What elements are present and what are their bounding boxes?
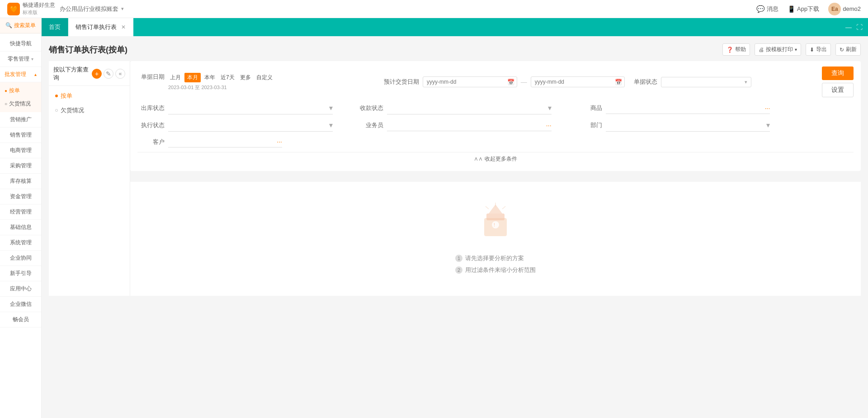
collapse-left-panel-button[interactable]: « bbox=[115, 69, 125, 79]
sidebar-sub-wholesale: ● 按单 ○ 欠货情况 bbox=[0, 82, 41, 112]
sidebar-item-apps[interactable]: 应用中心 bbox=[0, 281, 41, 297]
help-icon: ❓ bbox=[726, 47, 733, 53]
user-menu[interactable]: Ea demo2 bbox=[828, 3, 861, 15]
export-label: 导出 bbox=[816, 46, 827, 53]
logo-icon: 🧡 bbox=[7, 3, 20, 15]
search-label: 搜索菜单 bbox=[14, 22, 36, 28]
sidebar-item-base[interactable]: 基础信息 bbox=[0, 220, 41, 235]
svg-text:!: ! bbox=[494, 223, 495, 228]
maximize-icon[interactable]: ⛶ bbox=[856, 24, 863, 31]
logo-text: 畅捷通好生意 bbox=[23, 2, 55, 9]
date-tab-last7[interactable]: 近7天 bbox=[219, 73, 236, 82]
dept-label: 部门 bbox=[575, 121, 602, 129]
edit-scheme-button[interactable]: ✎ bbox=[104, 69, 113, 79]
date-tab-last-month[interactable]: 上月 bbox=[168, 73, 183, 82]
sidebar-sub-press-order[interactable]: ● 按单 bbox=[0, 84, 41, 97]
by-order-dot-icon bbox=[55, 95, 58, 97]
sidebar-item-purchase[interactable]: 采购管理 bbox=[0, 158, 41, 174]
svg-line-7 bbox=[502, 206, 505, 209]
tab-home[interactable]: 首页 bbox=[42, 18, 68, 36]
sidebar-search[interactable]: 🔍 搜索菜单 bbox=[0, 18, 41, 33]
expected-date-start-input[interactable] bbox=[423, 76, 517, 87]
plus-icon: + bbox=[95, 70, 99, 77]
status-label: 单据状态 bbox=[630, 78, 657, 86]
sidebar-item-quick-nav[interactable]: 快捷导航 bbox=[0, 36, 41, 52]
expected-date-end-input[interactable] bbox=[531, 76, 625, 87]
filter-right-actions: 查询 设置 bbox=[822, 66, 854, 97]
minimize-icon[interactable]: — bbox=[845, 24, 852, 31]
logo-text-block: 畅捷通好生意 标准版 bbox=[23, 2, 55, 16]
query-button[interactable]: 查询 bbox=[822, 66, 854, 80]
date-label: 单据日期 bbox=[137, 73, 165, 81]
sidebar-item-wechat[interactable]: 企业微信 bbox=[0, 297, 41, 312]
refresh-icon: ↻ bbox=[840, 47, 844, 53]
sidebar-item-system[interactable]: 系统管理 bbox=[0, 235, 41, 251]
empty-state: ! 1 请先选择要分析的方案 2 bbox=[130, 182, 861, 296]
date-tab-this-month[interactable]: 本月 bbox=[184, 73, 201, 82]
sidebar-item-operations[interactable]: 经营管理 bbox=[0, 204, 41, 220]
top-header: 🧡 畅捷通好生意 标准版 办公用品行业模拟账套 ▾ 💬 消息 📱 App下载 E… bbox=[0, 0, 868, 18]
page-content: 销售订单执行表(按单) ❓ 帮助 🖨 按模板打印 ▾ ⬇ 导出 bbox=[42, 36, 868, 418]
content-area: 首页 销售订单执行表 ✕ — ⛶ 销售订单执行表(按单) ❓ 帮助 bbox=[42, 18, 868, 418]
salesman-dots[interactable]: ··· bbox=[546, 122, 552, 129]
filter-row-1: 单据日期 上月 本月 本年 近7天 更多 自定义 bbox=[137, 66, 854, 97]
collapse-up-icon: ∧∧ bbox=[474, 156, 483, 162]
sidebar-item-sales[interactable]: 销售管理 bbox=[0, 128, 41, 143]
app-download-button[interactable]: 📱 App下载 bbox=[788, 5, 819, 13]
logo-area: 🧡 畅捷通好生意 标准版 bbox=[7, 2, 55, 16]
date-tab-this-year[interactable]: 本年 bbox=[203, 73, 217, 82]
customer-dots[interactable]: ··· bbox=[277, 138, 282, 145]
refresh-button[interactable]: ↻ 刷新 bbox=[835, 43, 861, 56]
sidebar-item-inventory[interactable]: 库存核算 bbox=[0, 174, 41, 189]
left-panel-title: 按以下方案查询 bbox=[53, 66, 90, 82]
sidebar-sub-owe-goods[interactable]: ○ 欠货情况 bbox=[0, 97, 41, 110]
goods-dots[interactable]: ··· bbox=[765, 104, 770, 112]
expected-date-start-wrap: 📅 bbox=[423, 76, 517, 87]
sidebar: 🔍 搜索菜单 快捷导航 零售管理 ▾ 批发管理 ▴ ● 按单 bbox=[0, 18, 42, 418]
sidebar-item-wholesale[interactable]: 批发管理 ▴ bbox=[0, 67, 41, 82]
out-status-arrow-icon: ▾ bbox=[329, 104, 333, 112]
sidebar-item-ecommerce[interactable]: 电商管理 bbox=[0, 143, 41, 158]
print-button[interactable]: 🖨 按模板打印 ▾ bbox=[755, 43, 801, 56]
left-panel-header: 按以下方案查询 + ✎ « bbox=[49, 66, 130, 86]
tab-sales-order[interactable]: 销售订单执行表 ✕ bbox=[68, 18, 133, 36]
export-button[interactable]: ⬇ 导出 bbox=[806, 43, 831, 56]
breadcrumb[interactable]: 办公用品行业模拟账套 ▾ bbox=[60, 5, 124, 13]
empty-tip-1: 1 请先选择要分析的方案 bbox=[455, 254, 536, 262]
filter-row-3: 执行状态 ▾ 业务员 ··· bbox=[137, 119, 854, 132]
date-tab-custom[interactable]: 自定义 bbox=[255, 73, 274, 82]
search-icon: 🔍 bbox=[5, 22, 12, 28]
left-panel-item-by-order[interactable]: 按单 bbox=[49, 89, 130, 103]
empty-tip-2: 2 用过滤条件来缩小分析范围 bbox=[455, 266, 536, 274]
date-tab-more[interactable]: 更多 bbox=[238, 73, 253, 82]
page-title: 销售订单执行表(按单) bbox=[49, 44, 127, 55]
page-header: 销售订单执行表(按单) ❓ 帮助 🖨 按模板打印 ▾ ⬇ 导出 bbox=[49, 43, 861, 56]
svg-point-3 bbox=[492, 221, 499, 228]
by-order-label: 按单 bbox=[61, 92, 72, 100]
collapse-left-icon: « bbox=[119, 71, 122, 77]
message-button[interactable]: 💬 消息 bbox=[756, 5, 778, 13]
left-panel-icons: + ✎ « bbox=[92, 69, 125, 79]
phone-icon: 📱 bbox=[788, 5, 795, 13]
edit-icon: ✎ bbox=[106, 70, 111, 77]
help-button[interactable]: ❓ 帮助 bbox=[722, 43, 750, 56]
sidebar-item-enterprise[interactable]: 企业协同 bbox=[0, 251, 41, 266]
left-panel-item-owe-goods[interactable]: 欠货情况 bbox=[49, 103, 130, 118]
print-label: 按模板打印 bbox=[766, 46, 793, 53]
exec-status-label: 执行状态 bbox=[137, 121, 165, 129]
tip-2-num: 2 bbox=[455, 266, 462, 274]
sidebar-item-member[interactable]: 畅会员 bbox=[0, 312, 41, 328]
add-scheme-button[interactable]: + bbox=[92, 69, 102, 79]
sidebar-item-marketing[interactable]: 营销推广 bbox=[0, 112, 41, 128]
status-select[interactable]: ▾ bbox=[661, 77, 751, 87]
sidebar-item-retail[interactable]: 零售管理 ▾ bbox=[0, 52, 41, 67]
logo-sub: 标准版 bbox=[23, 9, 55, 16]
sidebar-item-finance[interactable]: 资金管理 bbox=[0, 189, 41, 204]
sidebar-item-newbie[interactable]: 新手引导 bbox=[0, 266, 41, 281]
tab-close-icon[interactable]: ✕ bbox=[121, 24, 126, 30]
set-button[interactable]: 设置 bbox=[822, 83, 854, 97]
tab-bar-right: — ⛶ bbox=[840, 18, 868, 36]
collapse-bar[interactable]: ∧∧ 收起更多条件 bbox=[137, 152, 854, 166]
owe-goods-label: 欠货情况 bbox=[61, 106, 84, 114]
owe-goods-circle-icon: ○ bbox=[5, 101, 7, 106]
